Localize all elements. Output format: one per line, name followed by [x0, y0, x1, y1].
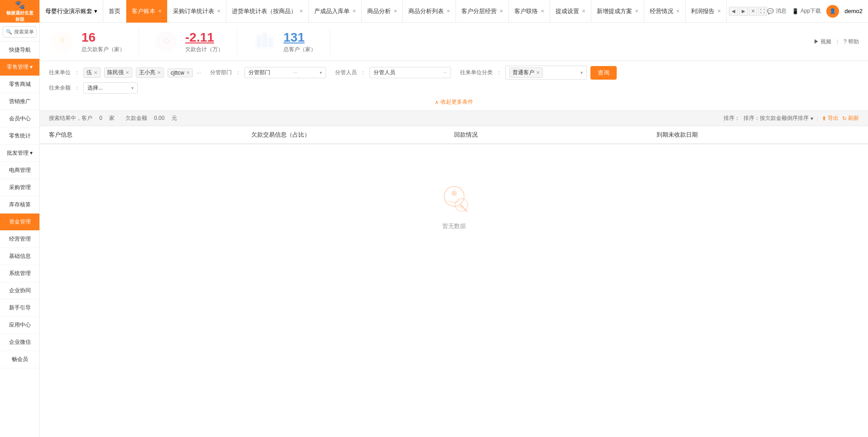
unit-type-tag-close[interactable]: ✕ — [536, 70, 540, 75]
svg-rect-5 — [257, 36, 261, 48]
search-menu-button[interactable]: 🔍 搜索菜单 — [3, 26, 37, 38]
main-area: 母婴行业演示账套 ▾ 首页 客户账本 ✕ 采购订单统计表 ✕ 进货单统计表（按商… — [40, 0, 868, 437]
sidebar-item-batch-mgmt[interactable]: 批发管理 ▾ — [0, 145, 39, 162]
sidebar-item-enterprise-wechat[interactable]: 企业微信 — [0, 334, 39, 351]
debt-label: 欠款金额 — [125, 115, 147, 121]
tab-purchase-orders-label: 采购订单统计表 — [173, 7, 214, 15]
tab-profit-report[interactable]: 利润报告 ✕ — [686, 0, 727, 23]
tab-retail-profit[interactable]: 零售利润（ ✕ — [727, 0, 729, 23]
tab-new-improve-close[interactable]: ✕ — [635, 9, 638, 14]
export-button[interactable]: ⬆ 导出 — [822, 114, 839, 122]
sidebar-item-enterprise-collab[interactable]: 企业协同 — [0, 282, 39, 299]
tag-cjttcw-close[interactable]: ✕ — [186, 70, 190, 75]
nav-close-all[interactable]: ✕ — [749, 7, 757, 16]
tab-production-entry-label: 产成品入库单 — [314, 7, 350, 15]
sidebar-item-operations-mgmt[interactable]: 经营管理 — [0, 231, 39, 248]
message-button[interactable]: 💬 消息 — [767, 7, 786, 15]
tab-product-analysis-label: 商品分析 — [367, 7, 391, 15]
sidebar-item-ecommerce[interactable]: 电商管理 — [0, 162, 39, 179]
tab-improve-settings[interactable]: 提成设置 ✕ — [550, 0, 591, 23]
tab-customer-tier[interactable]: 客户分层经营 ✕ — [456, 0, 509, 23]
stat-icon-total — [251, 28, 278, 55]
staff-placeholder: 分管人员 — [374, 69, 395, 76]
sidebar-item-capital-mgmt[interactable]: 资金管理 — [0, 214, 39, 231]
filter-more-tags[interactable]: ··· — [197, 70, 201, 76]
tab-customer-contact-close[interactable]: ✕ — [541, 9, 544, 14]
sidebar-item-retail-stats[interactable]: 零售统计 — [0, 128, 39, 145]
refresh-button[interactable]: ↻ 刷新 — [842, 114, 859, 122]
stat-content-customers: 16 总欠款客户（家） — [82, 30, 125, 53]
nav-scroll-right[interactable]: ▶ — [739, 7, 748, 16]
staff-more-icon: ··· — [443, 70, 447, 75]
tab-customer-tier-close[interactable]: ✕ — [499, 9, 503, 14]
tab-production-entry[interactable]: 产成品入库单 ✕ — [309, 0, 362, 23]
logo-icon: 🐾 — [15, 0, 25, 10]
tab-operations-close[interactable]: ✕ — [676, 9, 680, 14]
user-name[interactable]: demo2 — [844, 8, 863, 14]
filter-tag-wu[interactable]: 伍 ✕ — [83, 67, 101, 78]
nav-fullscreen[interactable]: ⛶ — [758, 7, 767, 16]
collapse-button[interactable]: ∧ 收起更多条件 — [435, 98, 473, 106]
tab-profit-report-close[interactable]: ✕ — [717, 9, 721, 14]
video-button[interactable]: ▶ 视频 — [814, 38, 831, 46]
chevron-up-icon: ∧ — [435, 99, 439, 105]
sidebar-item-app-center[interactable]: 应用中心 — [0, 317, 39, 334]
tab-production-entry-close[interactable]: ✕ — [352, 9, 356, 14]
tab-accounts[interactable]: 客户账本 ✕ — [126, 0, 168, 23]
balance-select[interactable]: 选择... ▾ — [83, 82, 138, 94]
download-icon: 📱 — [792, 8, 799, 14]
tab-improve-settings-close[interactable]: ✕ — [582, 9, 585, 14]
filter-tag-chenminqiang[interactable]: 陈民强 ✕ — [104, 67, 132, 78]
tab-new-improve[interactable]: 新增提成方案 ✕ — [591, 0, 644, 23]
tab-improve-settings-label: 提成设置 — [556, 7, 579, 15]
unit-type-tag-normal[interactable]: 普通客户 ✕ — [509, 67, 543, 78]
tab-inbound-stats[interactable]: 进货单统计表（按商品） ✕ — [226, 0, 309, 23]
sidebar-item-retail-mall[interactable]: 零售商城 — [0, 76, 39, 93]
tab-profit-report-label: 利润报告 — [691, 7, 715, 15]
tab-inbound-stats-close[interactable]: ✕ — [299, 9, 303, 14]
tag-chenminqiang-close[interactable]: ✕ — [125, 70, 129, 75]
sidebar-item-purchase[interactable]: 采购管理 — [0, 179, 39, 196]
sidebar-search[interactable]: 🔍 搜索菜单 — [0, 23, 39, 42]
tab-operations[interactable]: 经营情况 ✕ — [644, 0, 686, 23]
refresh-label: 刷新 — [848, 114, 859, 122]
stat-value-customers: 16 — [82, 30, 125, 45]
tab-accounts-close[interactable]: ✕ — [158, 9, 162, 14]
tab-purchase-orders[interactable]: 采购订单统计表 ✕ — [168, 0, 226, 23]
unit-type-select[interactable]: 普通客户 ✕ ▾ — [505, 66, 587, 80]
sidebar-item-inventory[interactable]: 库存核算 — [0, 196, 39, 214]
filter-tag-wangxiaoliang[interactable]: 王小亮 ✕ — [136, 67, 164, 78]
staff-select[interactable]: 分管人员 ··· — [369, 67, 451, 78]
app-download-button[interactable]: 📱 App下载 — [792, 7, 821, 15]
user-avatar[interactable]: 👤 — [826, 5, 839, 18]
sidebar-item-retail-mgmt[interactable]: 零售管理 ▾ — [0, 59, 39, 76]
sidebar-item-marketing[interactable]: 营销推广 — [0, 93, 39, 110]
stat-total-customers2: 131 总客户（家） — [251, 28, 330, 55]
tag-wangxiaoliang-close[interactable]: ✕ — [157, 70, 161, 75]
tag-wu-close[interactable]: ✕ — [94, 70, 97, 75]
stat-total-debt-customers: ¥ 16 总欠款客户（家） — [49, 28, 139, 55]
nav-scroll-left[interactable]: ◀ — [729, 7, 738, 16]
query-button[interactable]: 查询 — [590, 66, 617, 80]
sidebar-item-member-center[interactable]: 会员中心 — [0, 110, 39, 128]
sidebar-item-newbie-guide[interactable]: 新手引导 — [0, 299, 39, 317]
dept-select[interactable]: 分管部门 ··· ▾ — [245, 67, 326, 78]
tab-customer-contact-label: 客户联络 — [514, 7, 538, 15]
tab-product-analysis-list[interactable]: 商品分析列表 ✕ — [403, 0, 456, 23]
tab-operations-label: 经营情况 — [650, 7, 673, 15]
sidebar-item-system-mgmt[interactable]: 系统管理 — [0, 265, 39, 282]
sidebar-item-quick-nav[interactable]: 快捷导航 — [0, 42, 39, 59]
tab-product-analysis-close[interactable]: ✕ — [393, 9, 397, 14]
tab-customer-contact[interactable]: 客户联络 ✕ — [509, 0, 550, 23]
tab-product-analysis[interactable]: 商品分析 ✕ — [362, 0, 403, 23]
tab-home[interactable]: 首页 — [103, 0, 126, 23]
filter-tag-cjttcw[interactable]: cjttcw ✕ — [168, 68, 193, 77]
tab-purchase-orders-close[interactable]: ✕ — [217, 9, 221, 14]
chevron-down-icon: ▾ — [30, 150, 33, 156]
sidebar-item-vip-member[interactable]: 畅会员 — [0, 351, 39, 368]
workspace-selector[interactable]: 母婴行业演示账套 ▾ — [40, 0, 103, 23]
help-button[interactable]: ? 帮助 — [844, 38, 859, 46]
sidebar-item-basic-info[interactable]: 基础信息 — [0, 248, 39, 265]
tab-product-analysis-list-close[interactable]: ✕ — [446, 9, 450, 14]
sort-select[interactable]: 排序：按欠款金额倒序排序 ▾ — [743, 114, 813, 122]
